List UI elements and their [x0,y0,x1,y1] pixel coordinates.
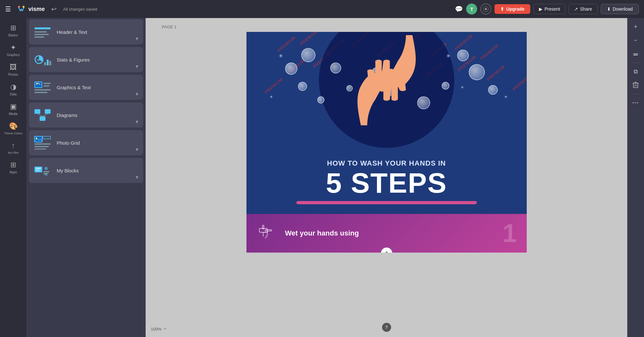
svg-rect-9 [34,36,44,38]
header-text-icon [33,24,52,40]
sidebar-item-label-graphics: Graphics [7,53,20,57]
bubble-7 [469,64,485,80]
slide-divider [296,201,477,204]
zoom-controls: 100% − [151,326,167,332]
sidebar-item-label-theme-colors: Theme Colors [4,132,23,135]
sidebar-item-media[interactable]: ▣ Media [0,99,26,119]
sidebar-item-my-files[interactable]: ↑ My Files [0,138,26,158]
help-button[interactable]: ? [382,323,391,332]
upgrade-button[interactable]: ⬆ Upgrade [495,4,530,14]
main-content: ⊞ Basics ✦ Graphics 🖼 Photos ◑ Data ▣ Me… [0,18,644,337]
user-avatar[interactable]: T [466,4,477,14]
bubble-8 [488,85,498,95]
panel-item-arrow-diagrams: ▼ [135,119,139,124]
panel-item-diagrams[interactable]: Diagrams ▼ [29,102,143,128]
apps-icon: ⊞ [10,161,16,169]
download-icon: ⬇ [607,6,611,12]
sidebar-item-photos[interactable]: 🖼 Photos [0,60,26,80]
photo-grid-icon [33,135,52,151]
svg-point-2 [23,6,24,8]
svg-rect-18 [43,83,51,84]
comment-button[interactable]: 💬 [455,5,463,13]
sidebar-item-basics[interactable]: ⊞ Basics [0,21,26,40]
svg-rect-35 [36,170,40,171]
visme-logo-icon [16,4,26,14]
sidebar-item-data[interactable]: ◑ Data [0,80,26,99]
slide-subtitle: HOW TO WASH YOUR HANDS IN [296,159,477,168]
present-label: Present [544,6,560,12]
star-3: ✳ [270,95,273,99]
right-toolbar: + − ⧉ ••• [627,18,644,337]
premium-stamp-9: PREMIUM [479,43,499,61]
my-files-icon: ↑ [12,141,15,150]
add-collaborator-button[interactable] [480,4,491,14]
panel-item-graphics-text[interactable]: Graphics & Text ▼ [29,75,143,100]
svg-rect-22 [34,109,40,114]
visme-logo[interactable]: visme [16,4,45,14]
download-button[interactable]: ⬇ Download [601,4,639,14]
svg-rect-33 [34,167,42,172]
panel-item-arrow-stats-figures: ▼ [135,64,139,69]
panel-item-photo-grid[interactable]: Photo Grid ▼ [29,130,143,155]
sidebar-item-label-photos: Photos [8,73,18,76]
scroll-arrows-icon [384,250,389,253]
hamburger-icon[interactable]: ☰ [5,5,11,13]
sidebar-item-graphics[interactable]: ✦ Graphics [0,40,26,60]
svg-rect-6 [34,27,51,29]
share-button[interactable]: ↗ Share [569,4,597,14]
svg-rect-24 [40,116,45,121]
bubble-6 [301,48,315,62]
zoom-minus-button[interactable]: − [163,326,166,332]
sidebar-item-label-basics: Basics [8,34,18,37]
delete-button[interactable] [630,79,642,91]
bubble-10 [442,82,449,90]
svg-rect-8 [34,34,49,35]
panel-item-header-text[interactable]: Header & Text ▼ [29,19,143,44]
add-element-button[interactable]: + [630,21,642,33]
sidebar-item-label-apps: Apps [10,170,17,174]
svg-rect-38 [43,173,48,174]
premium-stamp-8: PREMIUM [454,34,474,51]
more-options-button[interactable]: ••• [630,97,642,109]
svg-rect-30 [34,143,51,145]
sidebar-item-apps[interactable]: ⊞ Apps [0,158,26,177]
sidebar-item-theme-colors[interactable]: 🎨 Theme Colors [0,119,26,138]
toolbar-separator-1 [631,63,640,63]
sidebar-item-label-my-files: My Files [8,151,19,154]
panel-item-label-diagrams: Diagrams [57,112,139,118]
svg-rect-40 [265,230,272,231]
canvas-slide[interactable]: ✳ ✳ ✳ ✳ ✳ ✳ [246,32,527,253]
svg-rect-34 [36,168,41,169]
download-label: Download [613,6,633,12]
premium-stamp-14: PREMIUM [486,64,506,82]
strikethrough-icon [632,51,639,57]
panel-item-arrow-header-text: ▼ [135,36,139,41]
panel-item-label-photo-grid: Photo Grid [57,140,139,146]
copy-button[interactable]: ⧉ [630,65,642,78]
panel-item-arrow-graphics-text: ▼ [135,91,139,97]
page-label: PAGE 1 [162,24,177,29]
star-4: ✳ [504,95,507,99]
remove-element-button[interactable]: − [630,34,642,46]
svg-rect-31 [34,146,49,147]
present-button[interactable]: ▶ Present [533,4,565,14]
more-options-icon: ••• [632,100,639,105]
share-icon: ↗ [574,6,578,12]
strikethrough-button[interactable] [630,48,642,60]
panel-item-my-blocks[interactable]: My Blocks ▼ [29,158,143,183]
zoom-value: 100% [151,327,161,332]
panel-item-label-my-blocks: My Blocks [57,168,139,173]
slide-bottom: Wet your hands using 1 [246,214,527,253]
svg-rect-13 [47,60,49,65]
svg-point-1 [18,6,20,8]
premium-stamp-16: PREMIUM [512,74,527,91]
bubble-3 [317,96,324,103]
wet-hands-text: Wet your hands using [285,229,359,237]
svg-point-36 [44,167,48,170]
present-play-icon: ▶ [539,6,543,12]
graphics-text-icon [33,79,52,95]
canvas-area[interactable]: PAGE 1 [146,18,627,337]
panel-item-stats-figures[interactable]: 40% Stats & Figures ▼ [29,47,143,72]
svg-point-17 [36,83,37,84]
undo-button[interactable]: ↩ [51,5,57,13]
